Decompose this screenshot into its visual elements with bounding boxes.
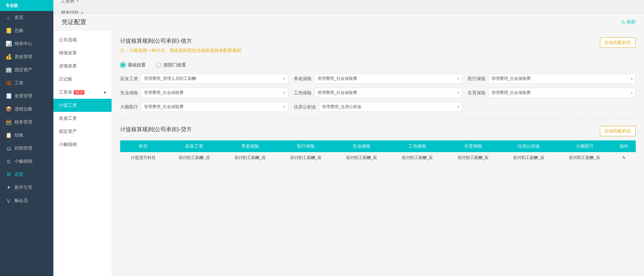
side-nav-payroll_table[interactable]: 工资表NEW▾ bbox=[53, 86, 112, 99]
sidebar-item-guide[interactable]: ✦新手引导 bbox=[0, 181, 53, 194]
chevron-down-icon: ▾ bbox=[457, 77, 459, 81]
cell-action-0[interactable]: ✎ bbox=[613, 152, 636, 164]
sidebar-label-assets: 固定资产 bbox=[14, 67, 32, 73]
section1: 计提核算规则(公司承担)-借方 注：只能选择一种方式，系统将按照您当前的选择来配… bbox=[120, 38, 636, 112]
side-nav-public[interactable]: 公共选项 bbox=[53, 33, 112, 46]
sidebar-item-funds[interactable]: 💰资金管理 bbox=[0, 50, 53, 63]
app-title: 专业版 bbox=[0, 0, 53, 11]
chevron-down-icon: ▾ bbox=[631, 91, 633, 95]
sidebar-label-invoice: 发票管理 bbox=[14, 93, 32, 99]
side-nav-label-journal: 日记账 bbox=[59, 76, 72, 82]
sidebar-item-ledger[interactable]: 📒总账 bbox=[0, 24, 53, 37]
form-label-1-2: 生育保险 bbox=[468, 90, 486, 96]
form-grid-row-1: 失业保险 管理费用_社会保险费 ▾ 工伤保险 管理费用_社会保险费 ▾ 生育保险… bbox=[120, 88, 636, 98]
cell-subject-0: 计提贷方科目 bbox=[120, 152, 167, 164]
sidebar-icon-member: V bbox=[6, 198, 12, 204]
side-nav-expense[interactable]: 小畅报销 bbox=[53, 138, 112, 151]
table-header-4: 失业保险 bbox=[334, 140, 389, 152]
form-item-2-0: 大额医疗 管理费用_社会保险费 ▾ bbox=[120, 102, 288, 112]
table-header-5: 工伤保险 bbox=[389, 140, 445, 152]
sidebar-label-reports: 报表中心 bbox=[14, 41, 32, 47]
side-nav-purchase_invoice[interactable]: 进项发票 bbox=[53, 60, 112, 73]
tab-payroll[interactable]: 工资表× bbox=[56, 0, 88, 7]
form-label-2-1: 住房公积金 bbox=[294, 104, 316, 110]
sidebar-item-member[interactable]: V畅会员 bbox=[0, 194, 53, 207]
sidebar-nav: ⌂首页📒总账📊报表中心💰资金管理🏢固定资产💼工资🧾发票管理📦进销台账🧮税务管理📋… bbox=[0, 11, 53, 207]
form-select-2-0[interactable]: 管理费用_社会保险费 ▾ bbox=[141, 102, 288, 112]
page-title: 凭证配置 bbox=[62, 18, 86, 26]
side-nav-label-purchase_invoice: 进项发票 bbox=[59, 63, 77, 69]
chevron-down-icon: ▾ bbox=[457, 105, 459, 109]
sidebar-item-home[interactable]: ⌂首页 bbox=[0, 11, 53, 24]
sidebar-item-settings[interactable]: ⚙设置 bbox=[0, 168, 53, 181]
table-header-3: 医疗保险 bbox=[278, 140, 334, 152]
chevron-down-icon: ▾ bbox=[457, 91, 459, 95]
cell-val-0-1: 应付职工薪酬_应 bbox=[222, 152, 278, 164]
form-select-value-1-0: 管理费用_社会保险费 bbox=[144, 90, 184, 96]
radio-group: 基础设置 按部门设置 bbox=[120, 62, 636, 68]
table-header-2: 养老保险 bbox=[222, 140, 278, 152]
section2-header: 计提核算规则(公司承担)-贷方 自动匹配科目 bbox=[120, 126, 636, 136]
side-nav-fixed_assets[interactable]: 固定资产 bbox=[53, 125, 112, 138]
sidebar-item-close[interactable]: 📋结账 bbox=[0, 129, 53, 142]
sidebar-item-archive[interactable]: 🗂归档管理 bbox=[0, 142, 53, 155]
sidebar-item-invoice[interactable]: 🧾发票管理 bbox=[0, 89, 53, 103]
chevron-down-icon: ▾ bbox=[631, 77, 633, 81]
radio-dept-label: 按部门设置 bbox=[164, 62, 186, 68]
form-label-0-2: 医疗保险 bbox=[468, 76, 486, 82]
side-nav-sales_invoice[interactable]: 销项发票 bbox=[53, 46, 112, 60]
form-rows: 应发工资 管理费用_管理人员职工薪酬 ▾ 养老保险 管理费用_社会保险费 ▾ 医… bbox=[120, 74, 636, 112]
sidebar-label-inventory: 进销台账 bbox=[14, 106, 32, 112]
form-select-1-2[interactable]: 管理费用_社会保险费 ▾ bbox=[488, 88, 636, 98]
side-nav-pay_salary[interactable]: 发放工资 bbox=[53, 112, 112, 125]
form-select-2-1[interactable]: 管理费用_住房公积金 ▾ bbox=[319, 102, 462, 112]
sidebar-item-reports[interactable]: 📊报表中心 bbox=[0, 37, 53, 50]
form-select-1-1[interactable]: 管理费用_社会保险费 ▾ bbox=[314, 88, 462, 98]
sidebar-item-tax[interactable]: 🧮税务管理 bbox=[0, 116, 53, 129]
app-title-text: 专业版 bbox=[6, 3, 18, 9]
auto-match-button-2[interactable]: 自动匹配科目 bbox=[600, 126, 636, 136]
chevron-icon-payroll_table: ▾ bbox=[104, 90, 106, 95]
sidebar-icon-guide: ✦ bbox=[6, 184, 12, 191]
form-select-1-0[interactable]: 管理费用_社会保险费 ▾ bbox=[141, 88, 288, 98]
sidebar-icon-close: 📋 bbox=[6, 132, 12, 138]
form-select-value-0-2: 管理费用_社会保险费 bbox=[491, 76, 531, 82]
chevron-down-icon: ▾ bbox=[283, 77, 285, 81]
sidebar-item-xiaochang[interactable]: ©小畅报销 bbox=[0, 155, 53, 168]
sidebar-icon-tax: 🧮 bbox=[6, 119, 12, 125]
form-select-0-1[interactable]: 管理费用_社会保险费 ▾ bbox=[314, 74, 462, 84]
sidebar-label-xiaochang: 小畅报销 bbox=[14, 158, 32, 164]
refresh-icon: ↻ bbox=[622, 20, 625, 25]
side-nav-label-pay_salary: 发放工资 bbox=[59, 115, 77, 121]
tab-close-payroll[interactable]: × bbox=[76, 0, 79, 3]
form-select-value-2-0: 管理费用_社会保险费 bbox=[144, 104, 184, 110]
cell-val-0-2: 应付职工薪酬_应 bbox=[278, 152, 334, 164]
auto-match-button-1[interactable]: 自动匹配科目 bbox=[600, 38, 636, 48]
form-item-0-2: 医疗保险 管理费用_社会保险费 ▾ bbox=[468, 74, 636, 84]
cell-val-0-5: 应付职工薪酬_应 bbox=[445, 152, 501, 164]
side-nav-journal[interactable]: 日记账 bbox=[53, 73, 112, 86]
sidebar-label-tax: 税务管理 bbox=[14, 119, 32, 125]
refresh-button[interactable]: ↻ 刷新 bbox=[622, 19, 636, 25]
sidebar-item-salary[interactable]: 💼工资 bbox=[0, 76, 53, 89]
form-label-0-1: 养老保险 bbox=[294, 76, 312, 82]
refresh-label: 刷新 bbox=[627, 19, 636, 25]
radio-basic-label: 基础设置 bbox=[128, 62, 146, 68]
sidebar-icon-funds: 💰 bbox=[6, 54, 12, 60]
form-label-1-0: 失业保险 bbox=[120, 90, 138, 96]
section-divider bbox=[120, 119, 636, 119]
sidebar-icon-xiaochang: © bbox=[6, 159, 12, 164]
sidebar-item-inventory[interactable]: 📦进销台账 bbox=[0, 103, 53, 116]
radio-dept[interactable]: 按部门设置 bbox=[156, 62, 186, 68]
radio-basic-circle bbox=[120, 62, 126, 68]
side-nav-accrual[interactable]: 计提工资 bbox=[53, 99, 112, 112]
form-select-0-0[interactable]: 管理费用_管理人员职工薪酬 ▾ bbox=[141, 74, 288, 84]
section1-header: 计提核算规则(公司承担)-借方 注：只能选择一种方式，系统将按照您当前的选择来配… bbox=[120, 38, 636, 58]
form-select-0-2[interactable]: 管理费用_社会保险费 ▾ bbox=[488, 74, 636, 84]
sidebar-item-assets[interactable]: 🏢固定资产 bbox=[0, 63, 53, 76]
sidebar-icon-inventory: 📦 bbox=[6, 106, 12, 112]
radio-basic[interactable]: 基础设置 bbox=[120, 62, 146, 68]
sidebar: 专业版 ⌂首页📒总账📊报表中心💰资金管理🏢固定资产💼工资🧾发票管理📦进销台账🧮税… bbox=[0, 0, 53, 276]
form-label-1-1: 工伤保险 bbox=[294, 90, 312, 96]
table-header: 科目应发工资养老保险医疗保险失业保险工伤保险生育保险住房公积金大额医疗操作 bbox=[120, 140, 636, 152]
